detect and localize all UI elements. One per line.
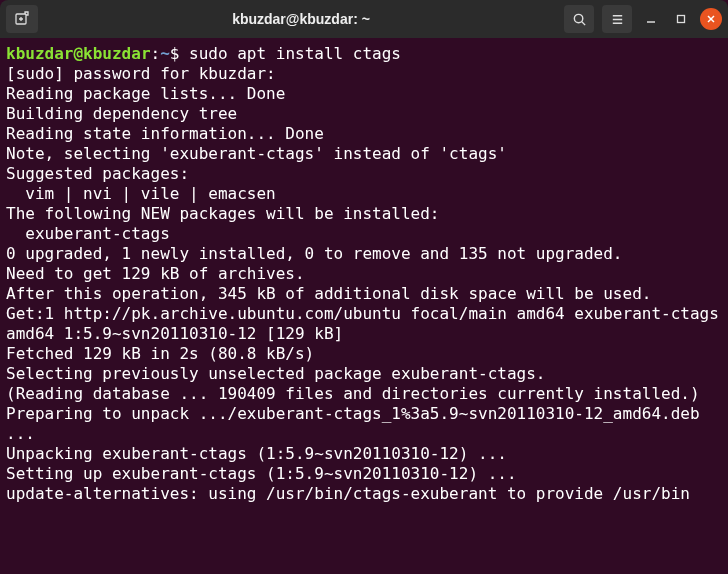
output-line: Building dependency tree [6,104,237,123]
output-line: Setting up exuberant-ctags (1:5.9~svn201… [6,464,517,483]
output-line: 0 upgraded, 1 newly installed, 0 to remo… [6,244,623,263]
titlebar: kbuzdar@kbuzdar: ~ [0,0,728,38]
command-text: sudo apt install ctags [189,44,401,63]
terminal-output[interactable]: kbuzdar@kbuzdar:~$ sudo apt install ctag… [0,38,728,510]
output-line: Get:1 http://pk.archive.ubuntu.com/ubunt… [6,304,728,343]
prompt-symbol: $ [170,44,189,63]
output-line: Need to get 129 kB of archives. [6,264,305,283]
maximize-button[interactable] [670,8,692,30]
prompt-colon: : [151,44,161,63]
prompt-path: ~ [160,44,170,63]
output-line: (Reading database ... 190409 files and d… [6,384,700,403]
output-line: Unpacking exuberant-ctags (1:5.9~svn2011… [6,444,507,463]
output-line: Reading package lists... Done [6,84,285,103]
output-line: Note, selecting 'exuberant-ctags' instea… [6,144,507,163]
output-line: Fetched 129 kB in 2s (80.8 kB/s) [6,344,314,363]
output-line: After this operation, 345 kB of addition… [6,284,651,303]
new-tab-button[interactable] [6,5,38,33]
minimize-icon [646,14,656,24]
output-line: Suggested packages: [6,164,189,183]
output-line: update-alternatives: using /usr/bin/ctag… [6,484,690,503]
new-tab-icon [14,11,30,27]
prompt-user: kbuzdar [6,44,73,63]
svg-line-2 [581,21,584,24]
window-title: kbuzdar@kbuzdar: ~ [44,11,558,27]
prompt-host: kbuzdar [83,44,150,63]
output-line: Selecting previously unselected package … [6,364,545,383]
output-line: Reading state information... Done [6,124,324,143]
output-line: vim | nvi | vile | emacsen [6,184,276,203]
close-button[interactable] [700,8,722,30]
menu-button[interactable] [602,5,632,33]
minimize-button[interactable] [640,8,662,30]
maximize-icon [676,14,686,24]
svg-rect-7 [678,16,685,23]
output-line: The following NEW packages will be insta… [6,204,439,223]
search-icon [572,12,587,27]
titlebar-left [6,5,38,33]
prompt-at: @ [73,44,83,63]
search-button[interactable] [564,5,594,33]
svg-point-1 [574,14,582,22]
output-line: exuberant-ctags [6,224,170,243]
titlebar-right [564,5,722,33]
output-line: [sudo] password for kbuzdar: [6,64,276,83]
hamburger-icon [610,12,625,27]
output-line: Preparing to unpack .../exuberant-ctags_… [6,404,709,443]
close-icon [706,14,716,24]
